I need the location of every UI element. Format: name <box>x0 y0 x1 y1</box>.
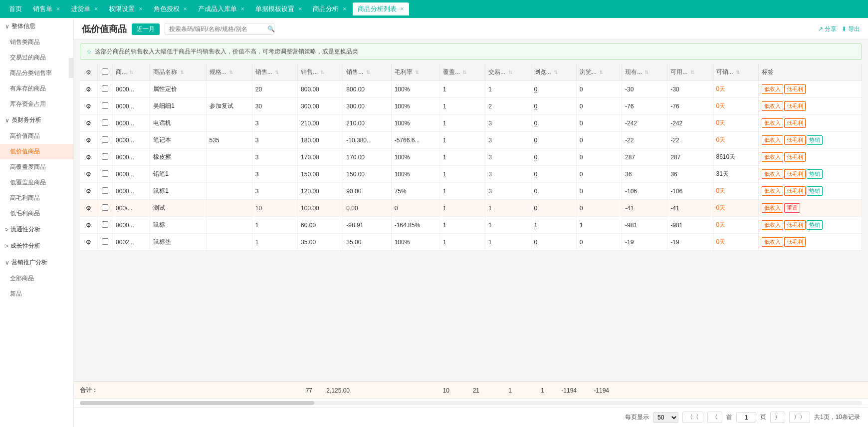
row-select-checkbox[interactable] <box>102 204 108 211</box>
share-button[interactable]: ↗ 分享 <box>818 25 837 33</box>
close-icon[interactable]: × <box>298 5 302 12</box>
row-name[interactable]: 铅笔1 <box>150 166 206 183</box>
close-icon[interactable]: × <box>94 5 98 12</box>
row-select-checkbox[interactable] <box>102 221 108 228</box>
page-number-input[interactable] <box>736 412 756 423</box>
row-browse1[interactable]: 1 <box>531 217 576 234</box>
row-name[interactable]: 橡皮擦 <box>150 149 206 166</box>
row-name[interactable]: 鼠标垫 <box>150 234 206 251</box>
sidebar-item-high-value[interactable]: 高价值商品 <box>0 128 73 144</box>
row-checkbox[interactable] <box>98 200 113 217</box>
row-name[interactable]: 属性定价 <box>150 81 206 98</box>
row-checkbox[interactable] <box>98 81 113 98</box>
row-checkbox[interactable] <box>98 183 113 200</box>
row-checkbox[interactable] <box>98 234 113 251</box>
nav-analysis-list[interactable]: 商品分析列表 × <box>353 2 409 15</box>
row-browse1[interactable]: 0 <box>531 81 576 98</box>
sidebar-item-new-products[interactable]: 新品 <box>0 286 73 302</box>
browse-link[interactable]: 0 <box>534 154 538 161</box>
first-page-button[interactable]: 〈〈 <box>682 412 703 423</box>
row-browse1[interactable]: 0 <box>531 166 576 183</box>
row-gear[interactable]: ⚙ <box>80 166 98 183</box>
nav-products-in[interactable]: 产成品入库单 × <box>193 2 249 15</box>
per-page-select[interactable]: 50 100 200 <box>653 412 678 423</box>
row-browse1[interactable]: 0 <box>531 200 576 217</box>
row-select-checkbox[interactable] <box>102 136 108 143</box>
browse-link[interactable]: 0 <box>534 188 538 195</box>
nav-analysis[interactable]: 商品分析 × <box>308 2 351 15</box>
next-page-button[interactable]: 〉 <box>770 412 785 423</box>
sidebar-section-flow[interactable]: > 流通性分析 <box>0 221 73 238</box>
sidebar-section-overall[interactable]: ∨ 整体信息 <box>0 18 73 34</box>
search-input[interactable] <box>165 23 274 35</box>
close-icon[interactable]: × <box>56 5 60 12</box>
row-gear[interactable]: ⚙ <box>80 217 98 234</box>
sidebar-item-low-value[interactable]: 低价值商品 <box>0 144 73 159</box>
browse-link[interactable]: 0 <box>534 137 538 144</box>
scroll-thumb[interactable] <box>80 401 314 405</box>
row-browse1[interactable]: 0 <box>531 132 576 149</box>
row-checkbox[interactable] <box>98 217 113 234</box>
row-name[interactable]: 鼠标 <box>150 217 206 234</box>
row-name[interactable]: 鼠标1 <box>150 183 206 200</box>
nav-permissions[interactable]: 权限设置 × <box>104 2 147 15</box>
search-icon[interactable]: 🔍 <box>267 25 275 32</box>
row-select-checkbox[interactable] <box>102 153 108 160</box>
row-select-checkbox[interactable] <box>102 238 108 245</box>
row-browse1[interactable]: 0 <box>531 149 576 166</box>
row-name[interactable]: 吴细细1 <box>150 98 206 115</box>
horizontal-scrollbar[interactable] <box>74 399 868 407</box>
row-gear[interactable]: ⚙ <box>80 115 98 132</box>
nav-purchase[interactable]: 进货单 × <box>66 2 103 15</box>
row-select-checkbox[interactable] <box>102 187 108 194</box>
filter-period-button[interactable]: 近一月 <box>132 23 160 35</box>
row-checkbox[interactable] <box>98 132 113 149</box>
row-gear[interactable]: ⚙ <box>80 234 98 251</box>
close-icon[interactable]: × <box>241 5 245 12</box>
row-gear[interactable]: ⚙ <box>80 200 98 217</box>
browse-link[interactable]: 0 <box>534 239 538 246</box>
nav-roles[interactable]: 角色授权 × <box>149 2 192 15</box>
row-name[interactable]: 电话机 <box>150 115 206 132</box>
sidebar-item-sales-products[interactable]: 销售类商品 <box>0 34 73 50</box>
close-icon[interactable]: × <box>343 5 347 12</box>
sidebar-item-category-sales-rate[interactable]: 商品分类销售率 <box>0 65 73 81</box>
row-select-checkbox[interactable] <box>102 119 108 126</box>
row-gear[interactable]: ⚙ <box>80 81 98 98</box>
sidebar-section-marketing[interactable]: ∨ 营销推广分析 <box>0 254 73 271</box>
sidebar-section-finance[interactable]: ∨ 员财务分析 <box>0 112 73 128</box>
last-page-button[interactable]: 〉〉 <box>789 412 810 423</box>
th-checkbox[interactable] <box>98 64 113 81</box>
sidebar-item-stock-products[interactable]: 有库存的商品 <box>0 81 73 96</box>
browse-link[interactable]: 1 <box>534 222 538 229</box>
export-button[interactable]: ⬇ 导出 <box>842 25 860 33</box>
sidebar-item-low-coverage[interactable]: 低覆盖度商品 <box>0 175 73 190</box>
select-all-checkbox[interactable] <box>102 68 108 75</box>
row-browse1[interactable]: 0 <box>531 234 576 251</box>
browse-link[interactable]: 0 <box>534 205 538 212</box>
browse-link[interactable]: 0 <box>534 171 538 178</box>
sidebar-item-traded-products[interactable]: 交易过的商品 <box>0 50 73 65</box>
row-browse1[interactable]: 0 <box>531 183 576 200</box>
sidebar-section-growth[interactable]: > 成长性分析 <box>0 238 73 254</box>
sidebar-item-high-coverage[interactable]: 高覆盖度商品 <box>0 159 73 175</box>
sidebar-item-stock-funds[interactable]: 库存资金占用 <box>0 96 73 112</box>
row-checkbox[interactable] <box>98 166 113 183</box>
row-gear[interactable]: ⚙ <box>80 183 98 200</box>
close-icon[interactable]: × <box>400 5 404 12</box>
row-gear[interactable]: ⚙ <box>80 98 98 115</box>
browse-link[interactable]: 0 <box>534 86 538 93</box>
prev-page-button[interactable]: 〈 <box>707 412 722 423</box>
nav-home[interactable]: 首页 <box>4 2 27 15</box>
sidebar-collapse-button[interactable]: 《 <box>69 58 74 78</box>
row-browse1[interactable]: 0 <box>531 115 576 132</box>
row-gear[interactable]: ⚙ <box>80 132 98 149</box>
row-checkbox[interactable] <box>98 115 113 132</box>
sidebar-item-all-products[interactable]: 全部商品 <box>0 271 73 286</box>
browse-link[interactable]: 0 <box>534 120 538 127</box>
th-gear[interactable]: ⚙ <box>80 64 98 81</box>
row-select-checkbox[interactable] <box>102 102 108 109</box>
sidebar-item-low-margin[interactable]: 低毛利商品 <box>0 206 73 221</box>
row-browse1[interactable]: 0 <box>531 98 576 115</box>
nav-template[interactable]: 单据模板设置 × <box>250 2 307 15</box>
